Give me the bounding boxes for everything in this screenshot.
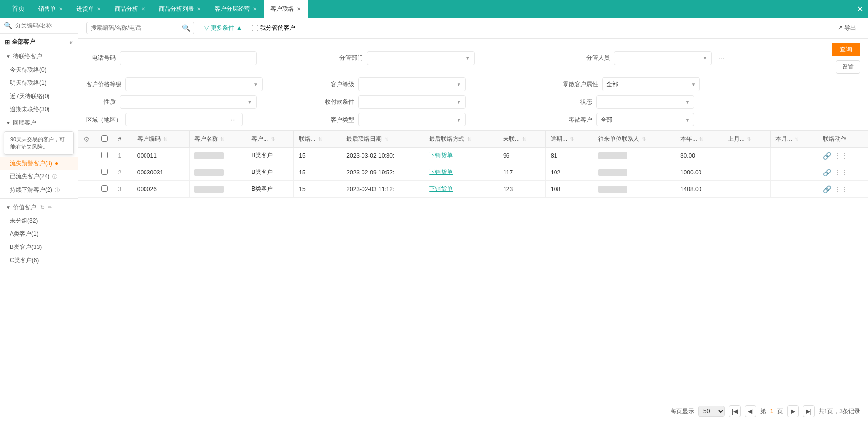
nav-tab-customer-union[interactable]: 客户联络 ✕: [264, 0, 308, 18]
last-way-link-0[interactable]: 下销货单: [429, 152, 453, 159]
area-dots-btn[interactable]: ···: [228, 115, 239, 124]
year-sort-icon[interactable]: ⇅: [699, 136, 703, 142]
sidebar-search-input[interactable]: [15, 22, 78, 29]
sidebar-item-churned[interactable]: 已流失客户(24) ⓘ: [0, 170, 78, 183]
contact-sort-icon[interactable]: ⇅: [318, 136, 322, 142]
code-sort-icon[interactable]: ⇅: [163, 136, 167, 142]
sidebar-item-week[interactable]: 近7天待联络(0): [0, 90, 78, 103]
sidebar-group-value[interactable]: ▼ 价值客户 ↻ ✏: [0, 201, 78, 214]
action-link-icon-1[interactable]: 🔗: [823, 169, 831, 176]
price-level-select[interactable]: ▼: [125, 77, 263, 91]
my-customers-checkbox[interactable]: [252, 25, 258, 31]
search-submit-icon[interactable]: 🔍: [182, 24, 190, 32]
prev-page-btn[interactable]: ◀: [745, 405, 756, 417]
nature-select[interactable]: ▼: [120, 95, 257, 109]
level-sort-icon[interactable]: ⇅: [271, 136, 275, 142]
page-unit: 页: [777, 407, 783, 416]
cust-type-select[interactable]: ▼: [358, 113, 466, 126]
person-select[interactable]: ▼: [614, 51, 712, 65]
zero-attr-select[interactable]: 全部 ▼: [602, 77, 700, 91]
edit-icon[interactable]: ✏: [48, 204, 52, 211]
action-more-icon-2[interactable]: ⋮⋮: [834, 185, 848, 193]
search-input[interactable]: [91, 25, 179, 31]
close-customer-segment-icon[interactable]: ✕: [253, 6, 257, 12]
un-contact-sort-icon[interactable]: ⇅: [522, 136, 526, 142]
row-select-checkbox-0[interactable]: [101, 152, 108, 158]
nav-tab-analysis-list[interactable]: 商品分析列表 ✕: [152, 0, 208, 18]
action-more-icon-0[interactable]: ⋮⋮: [834, 152, 848, 160]
area-select[interactable]: ···: [125, 113, 243, 126]
filter-zero-cust: 零散客户 全部 ▼: [563, 113, 797, 126]
row-settings-1: [78, 164, 96, 181]
all-customers-header[interactable]: ⊞ 全部客户 «: [0, 34, 78, 50]
zero-cust-select[interactable]: 全部 ▼: [596, 113, 694, 126]
sidebar-item-a-class[interactable]: A类客户(1): [0, 227, 78, 241]
status-chevron-down-icon: ▼: [685, 99, 690, 105]
last-contact-way-col-header: 最后联络方式 ⇅: [424, 131, 498, 148]
row-level-0: B类客户: [246, 148, 294, 164]
close-customer-union-icon[interactable]: ✕: [297, 6, 301, 12]
way-sort-icon[interactable]: ⇅: [467, 136, 471, 142]
row-action-1: 🔗 ⋮⋮: [818, 164, 868, 181]
sidebar-item-c-class[interactable]: C类客户(6): [0, 254, 78, 267]
date-sort-icon[interactable]: ⇅: [385, 136, 388, 142]
close-purchase-icon[interactable]: ✕: [97, 6, 101, 12]
last-page-btn[interactable]: ▶|: [803, 405, 815, 417]
sidebar-item-tomorrow[interactable]: 明天待联络(1): [0, 76, 78, 90]
overdue-sort-icon[interactable]: ⇅: [570, 136, 574, 142]
sidebar-group-churn[interactable]: ▼ 回顾客户: [0, 116, 78, 129]
current-page: 1: [770, 408, 773, 415]
close-analysis-icon[interactable]: ✕: [141, 6, 145, 12]
row-select-checkbox-1[interactable]: [101, 169, 108, 175]
person-dots-btn[interactable]: ···: [716, 53, 727, 63]
action-link-icon-2[interactable]: 🔗: [823, 185, 831, 193]
nav-home[interactable]: 首页: [5, 4, 31, 13]
dept-select[interactable]: ▼: [367, 51, 475, 65]
sidebar-item-churn-risk[interactable]: 流失预警客户(3) ●: [0, 157, 78, 170]
nav-tab-purchase[interactable]: 进货单 ✕: [70, 0, 108, 18]
query-button[interactable]: 查询: [832, 43, 860, 56]
sidebar-item-overdue[interactable]: 逾期未联络(30): [0, 103, 78, 116]
nav-tab-sales[interactable]: 销售单 ✕: [31, 0, 70, 18]
filter-payment: 收付款条件 ▼: [325, 95, 559, 109]
unit-sort-icon[interactable]: ⇅: [642, 136, 646, 142]
setting-button[interactable]: 设置: [836, 60, 860, 74]
select-all-checkbox[interactable]: [101, 135, 108, 142]
table-settings-icon[interactable]: ⚙: [83, 135, 90, 143]
sidebar-item-b-class[interactable]: B类客户(33): [0, 241, 78, 254]
next-page-btn[interactable]: ▶: [787, 405, 799, 417]
refresh-icon[interactable]: ↻: [40, 204, 45, 211]
action-more-icon-1[interactable]: ⋮⋮: [834, 169, 848, 176]
level-select[interactable]: ▼: [358, 77, 466, 91]
nav-tab-customer-segment[interactable]: 客户分层经营 ✕: [208, 0, 264, 18]
sidebar-group-pending[interactable]: ▼ 待联络客户: [0, 50, 78, 63]
phone-input[interactable]: [120, 51, 257, 65]
level-chevron-down-icon: ▼: [457, 82, 461, 87]
action-link-icon-0[interactable]: 🔗: [823, 152, 831, 160]
sidebar-item-declining[interactable]: 持续下滑客户(2) ⓘ: [0, 183, 78, 197]
sidebar-item-unsegmented[interactable]: 未分组(32): [0, 214, 78, 227]
last-way-link-2[interactable]: 下销货单: [429, 185, 453, 192]
row-settings-2: [78, 181, 96, 198]
first-page-btn[interactable]: |◀: [729, 405, 741, 417]
nav-tab-analysis[interactable]: 商品分析 ✕: [108, 0, 152, 18]
payment-select[interactable]: ▼: [358, 95, 466, 109]
last-month-sort-icon[interactable]: ⇅: [747, 136, 751, 142]
status-select[interactable]: ▼: [596, 95, 694, 109]
row-select-checkbox-2[interactable]: [101, 185, 108, 192]
toolbar: 🔍 ▽ 更多条件 ▲ 我分管的客户 ↗ 导出: [78, 18, 868, 39]
zero-cust-label: 零散客户: [563, 116, 592, 124]
name-sort-icon[interactable]: ⇅: [220, 136, 224, 142]
filter-btn[interactable]: ▽ 更多条件 ▲: [200, 22, 246, 34]
last-way-link-1[interactable]: 下销货单: [429, 169, 453, 175]
contact-col-header: 联络... ⇅: [294, 131, 341, 148]
sidebar-item-today[interactable]: 今天待联络(0): [0, 63, 78, 76]
close-all-btn[interactable]: ✕: [857, 4, 863, 14]
collapse-icon[interactable]: «: [69, 38, 73, 46]
page-size-select[interactable]: 50 10 20 100: [698, 406, 725, 417]
close-sales-icon[interactable]: ✕: [59, 6, 63, 12]
close-analysis-list-icon[interactable]: ✕: [197, 6, 201, 12]
filter-cust-type: 客户类型 ▼: [325, 113, 559, 126]
export-btn[interactable]: ↗ 导出: [834, 22, 860, 34]
this-month-sort-icon[interactable]: ⇅: [795, 136, 798, 142]
